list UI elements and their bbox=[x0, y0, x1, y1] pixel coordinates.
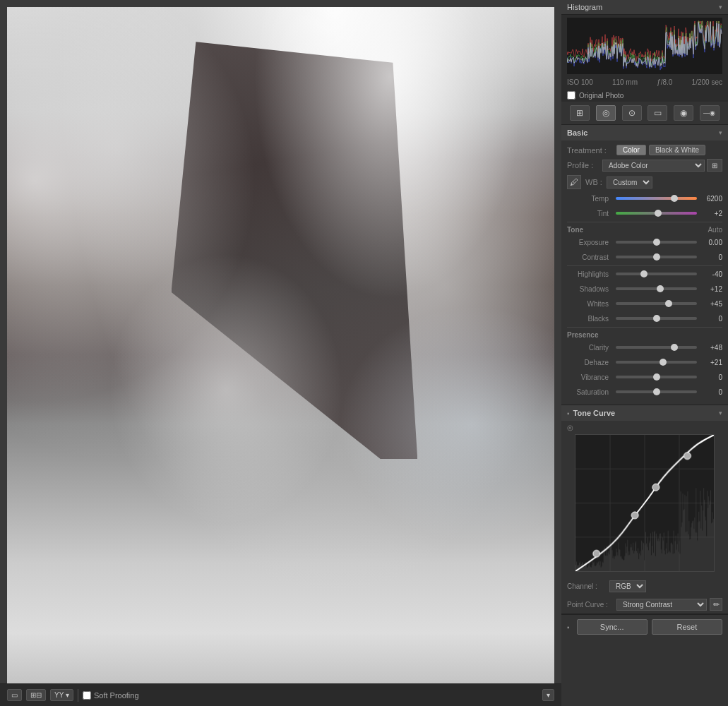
vibrance-label: Vibrance bbox=[567, 373, 613, 381]
highlights-thumb[interactable] bbox=[640, 270, 648, 277]
exposure-slider-row: Exposure 0.00 bbox=[567, 236, 722, 249]
highlights-track bbox=[616, 273, 697, 275]
clarity-thumb[interactable] bbox=[671, 344, 678, 351]
blacks-thumb[interactable] bbox=[653, 315, 660, 322]
adjustment-brush-tool[interactable]: —◉ bbox=[700, 105, 720, 121]
spot-removal-tool[interactable]: ◎ bbox=[596, 105, 616, 121]
bottom-toolbar: ▭ ⊞⊟ YY ▾ Soft Proofing ▾ bbox=[0, 683, 561, 706]
profile-row: Profile : Adobe Color ⊞ bbox=[567, 159, 722, 172]
redeye-tool[interactable]: ⊙ bbox=[622, 105, 642, 121]
shutter-value: 1/200 sec bbox=[692, 78, 722, 86]
profile-select[interactable]: Adobe Color bbox=[602, 160, 705, 172]
tone-curve-title: Tone Curve bbox=[573, 409, 616, 417]
treatment-label: Treatment : bbox=[567, 146, 616, 155]
radial-filter-tool[interactable]: ◉ bbox=[674, 105, 693, 121]
channel-row: Channel : RGB bbox=[561, 578, 728, 595]
clarity-label: Clarity bbox=[567, 344, 613, 352]
histogram-section: Histogram ▾ ISO 100 110 mm ƒ/8.0 1/200 s… bbox=[561, 0, 728, 102]
meta-info: ISO 100 110 mm ƒ/8.0 1/200 sec bbox=[561, 77, 728, 89]
whites-slider-row: Whites +45 bbox=[567, 297, 722, 310]
wb-label: WB : bbox=[585, 178, 607, 186]
bw-button[interactable]: Black & White bbox=[649, 145, 705, 155]
histogram-header: Histogram ▾ bbox=[561, 0, 728, 15]
point-curve-edit-button[interactable]: ✏ bbox=[710, 598, 722, 611]
saturation-thumb[interactable] bbox=[653, 388, 660, 395]
channel-label: Channel : bbox=[567, 582, 609, 590]
crop-tool[interactable]: ⊞ bbox=[570, 105, 590, 121]
color-button[interactable]: Color bbox=[616, 145, 646, 155]
original-photo-checkbox[interactable] bbox=[567, 91, 575, 100]
shadows-track bbox=[616, 287, 697, 290]
grid-button[interactable]: ⊞⊟ bbox=[26, 689, 46, 701]
basic-panel-header[interactable]: Basic ▾ bbox=[561, 125, 728, 140]
vibrance-value: 0 bbox=[700, 373, 722, 381]
shadows-label: Shadows bbox=[567, 285, 613, 293]
soft-proofing-checkbox-container: Soft Proofing bbox=[83, 691, 139, 700]
point-curve-select[interactable]: Strong Contrast bbox=[616, 599, 707, 611]
dehaze-track bbox=[616, 361, 697, 364]
basic-chevron: ▾ bbox=[719, 129, 722, 136]
contrast-track bbox=[616, 256, 697, 258]
basic-panel-body: Treatment : Color Black & White Profile … bbox=[561, 140, 728, 405]
clarity-track bbox=[616, 346, 697, 349]
histogram-chevron: ▾ bbox=[719, 4, 722, 11]
sync-button[interactable]: Sync... bbox=[577, 619, 648, 635]
whites-thumb[interactable] bbox=[665, 300, 672, 307]
wb-select[interactable]: Custom bbox=[607, 176, 652, 189]
focal-value: 110 mm bbox=[612, 78, 638, 86]
temp-value: 6200 bbox=[700, 195, 722, 203]
profile-grid-button[interactable]: ⊞ bbox=[707, 159, 722, 172]
shadows-value: +12 bbox=[700, 285, 722, 293]
saturation-label: Saturation bbox=[567, 388, 613, 396]
temp-thumb[interactable] bbox=[671, 195, 678, 202]
action-buttons-container: ▪ Sync... Reset bbox=[561, 614, 728, 639]
view-button[interactable]: ▭ bbox=[7, 689, 22, 701]
right-panel: Histogram ▾ ISO 100 110 mm ƒ/8.0 1/200 s… bbox=[561, 0, 728, 706]
clarity-slider-row: Clarity +48 bbox=[567, 341, 722, 354]
photo-container bbox=[7, 7, 554, 702]
blacks-label: Blacks bbox=[567, 315, 613, 323]
dehaze-thumb[interactable] bbox=[660, 359, 667, 366]
vibrance-thumb[interactable] bbox=[653, 373, 660, 381]
tint-label: Tint bbox=[567, 210, 613, 217]
channel-select[interactable]: RGB bbox=[609, 580, 646, 592]
blacks-value: 0 bbox=[700, 315, 722, 323]
tone-curve-canvas[interactable] bbox=[575, 434, 715, 572]
tone-curve-header[interactable]: ▪ Tone Curve ▾ bbox=[561, 405, 728, 421]
original-photo-row: Original Photo bbox=[561, 89, 728, 102]
dehaze-value: +21 bbox=[700, 359, 722, 366]
graduated-filter-tool[interactable]: ▭ bbox=[648, 105, 667, 121]
soft-proofing-checkbox[interactable] bbox=[83, 691, 91, 700]
tint-track bbox=[616, 212, 697, 215]
whites-track bbox=[616, 302, 697, 305]
compare-button[interactable]: YY ▾ bbox=[50, 689, 73, 701]
contrast-label: Contrast bbox=[567, 253, 613, 261]
presence-label: Presence bbox=[567, 331, 598, 339]
profile-label: Profile : bbox=[567, 161, 602, 169]
saturation-slider-row: Saturation 0 bbox=[567, 385, 722, 398]
tone-curve-section: ▪ Tone Curve ▾ ◎ Channel : RGB Point Cur… bbox=[561, 405, 728, 614]
wb-row: 🖊 WB : Custom bbox=[567, 175, 722, 189]
presence-subsection: Presence bbox=[567, 331, 722, 339]
histogram-title: Histogram bbox=[567, 3, 602, 11]
wb-eyedropper[interactable]: 🖊 bbox=[567, 175, 581, 189]
contrast-thumb[interactable] bbox=[653, 253, 660, 261]
tone-auto[interactable]: Auto bbox=[708, 226, 722, 234]
vibrance-track bbox=[616, 376, 697, 378]
saturation-track bbox=[616, 390, 697, 393]
tone-subsection: Tone Auto bbox=[567, 226, 722, 234]
tone-label: Tone bbox=[567, 226, 583, 234]
exposure-thumb[interactable] bbox=[653, 239, 660, 246]
reset-button[interactable]: Reset bbox=[652, 619, 722, 635]
shadows-thumb[interactable] bbox=[657, 285, 664, 292]
temp-slider-row: Temp 6200 bbox=[567, 192, 722, 205]
basic-panel: Basic ▾ Treatment : Color Black & White … bbox=[561, 125, 728, 405]
treatment-row: Treatment : Color Black & White bbox=[567, 145, 722, 155]
contrast-slider-row: Contrast 0 bbox=[567, 251, 722, 263]
tint-thumb[interactable] bbox=[655, 210, 662, 217]
highlights-label: Highlights bbox=[567, 270, 613, 278]
exposure-track bbox=[616, 241, 697, 244]
zoom-button[interactable]: ▾ bbox=[542, 689, 554, 701]
aperture-value: ƒ/8.0 bbox=[657, 78, 672, 86]
exposure-value: 0.00 bbox=[700, 239, 722, 246]
